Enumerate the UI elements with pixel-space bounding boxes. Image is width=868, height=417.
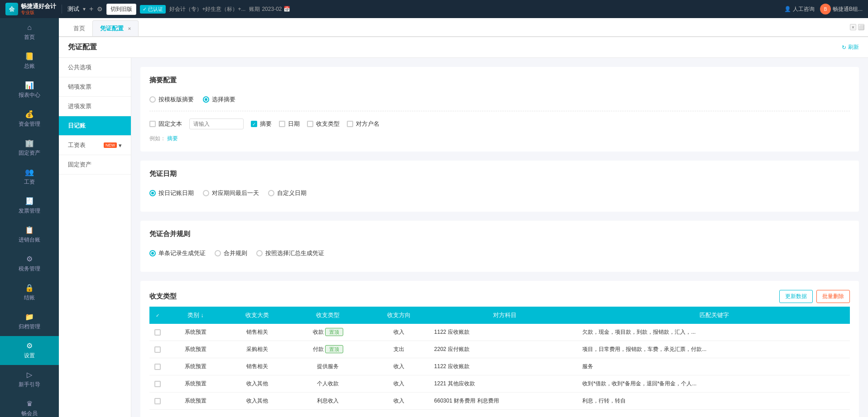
cell-direction-4: 收入 <box>367 393 430 410</box>
checkbox-date[interactable]: 日期 <box>279 120 300 128</box>
radio-custom-date[interactable]: 自定义日期 <box>268 189 307 197</box>
certified-badge: ✓ 已认证 <box>140 5 166 14</box>
radio-template[interactable]: 按模板版摘要 <box>149 95 194 104</box>
sidebar-item-tax[interactable]: ⚙ 税务管理 <box>0 249 59 278</box>
sidebar-item-closing[interactable]: 🔒 结账 <box>0 278 59 307</box>
restore-window-button[interactable]: ⬜ <box>858 24 864 30</box>
sidebar-item-salary[interactable]: 👥 工资 <box>0 162 59 191</box>
funds-icon: 💰 <box>25 110 34 118</box>
topbar: 会 畅捷通好会计 专业版 测试 ▾ + ⚙ 切到旧版 ✓ 已认证 好会计（专）+… <box>0 0 868 18</box>
cell-major-4: 收入其他 <box>225 393 289 410</box>
radio-template-dot <box>149 96 156 103</box>
cell-major-1: 采购相关 <box>225 341 289 358</box>
sidebar-item-member[interactable]: ♛ 畅会员 <box>0 394 59 417</box>
select-all-checkbox[interactable]: ✓ <box>154 312 161 318</box>
update-data-button[interactable]: 更新数据 <box>779 290 813 303</box>
left-nav-fixed-assets[interactable]: 固定资产 <box>59 155 131 175</box>
support-item[interactable]: 👤 人工咨询 <box>784 5 815 13</box>
row-checkbox-2[interactable] <box>154 364 161 370</box>
fixed-text-input[interactable] <box>189 118 244 129</box>
new-badge: NEW <box>104 142 117 148</box>
sidebar-item-purchase[interactable]: 📋 进销台账 <box>0 220 59 249</box>
tab-bar: 首页 凭证配置 × <box>59 18 850 36</box>
cell-category-3: 系统预置 <box>166 375 225 393</box>
page-header: 凭证配置 ↻ 刷新 <box>59 37 868 58</box>
radio-journal-date[interactable]: 按日记账日期 <box>149 189 194 197</box>
batch-delete-button[interactable]: 批量删除 <box>816 290 850 303</box>
left-nav-public[interactable]: 公共选项 <box>59 58 131 77</box>
checkbox-type[interactable]: 收支类型 <box>307 120 340 128</box>
row-checkbox-4[interactable] <box>154 398 161 404</box>
tab-close-icon[interactable]: × <box>128 26 131 31</box>
topbar-settings-icon[interactable]: ⚙ <box>97 5 103 13</box>
radio-single[interactable]: 单条记录生成凭证 <box>149 249 206 257</box>
close-window-button[interactable]: × <box>850 24 856 30</box>
cell-major-0: 销售相关 <box>225 324 289 341</box>
sidebar-item-ledger[interactable]: 📒 总账 <box>0 47 59 76</box>
merge-section: 凭证合并规则 单条记录生成凭证 合并规则 按照选择汇总生成凭证 <box>140 221 859 272</box>
cell-category-2: 系统预置 <box>166 358 225 375</box>
cell-keywords-4: 利息，行转，转自 <box>579 393 850 410</box>
tab-voucher-config[interactable]: 凭证配置 × <box>92 20 139 36</box>
radio-select-dot <box>203 96 209 103</box>
left-nav-payroll[interactable]: 工资表 NEW ▾ <box>59 136 131 155</box>
table-row: 系统预置 收入其他 个人收款 收入 1221 其他应收款 收到*借款，收到*备用… <box>149 375 850 393</box>
radio-select-total[interactable]: 按照选择汇总生成凭证 <box>256 249 324 257</box>
left-nav-sales-invoice[interactable]: 销项发票 <box>59 77 131 97</box>
archive-icon: 📁 <box>25 313 34 321</box>
topbar-title: 测试 <box>67 5 79 13</box>
cell-type-1: 付款 置顶 <box>289 341 367 358</box>
type-tag-0[interactable]: 置顶 <box>325 328 343 336</box>
left-nav-journal[interactable]: 日记账 <box>59 116 131 136</box>
cell-direction-1: 支出 <box>367 341 430 358</box>
th-checkbox: ✓ <box>149 307 166 324</box>
income-expense-title: 收支类型 <box>149 292 177 301</box>
topbar-plus[interactable]: + <box>89 5 93 13</box>
cell-keywords-2: 服务 <box>579 358 850 375</box>
cell-account-3: 1221 其他应收款 <box>431 375 579 393</box>
tab-home[interactable]: 首页 <box>66 21 92 36</box>
checkbox-counterparty[interactable]: 对方户名 <box>347 120 379 128</box>
th-direction: 收支方向 <box>367 307 430 324</box>
sidebar-item-settings[interactable]: ⚙ 设置 <box>0 336 59 365</box>
row-checkbox-0[interactable] <box>154 329 161 336</box>
income-expense-section: 收支类型 更新数据 批量删除 ✓ 类别 ↓ <box>140 281 859 417</box>
cell-keywords-0: 欠款，现金，项目款，到款，报销款，汇入，... <box>579 324 850 341</box>
table-row: 系统预置 采购相关 付款 置顶 支出 2202 应付账款 项目，日常费用，报销款… <box>149 341 850 358</box>
home-icon: ⌂ <box>27 24 32 32</box>
switch-version-button[interactable]: 切到旧版 <box>106 4 136 15</box>
sidebar-item-home[interactable]: ⌂ 首页 <box>0 18 59 47</box>
th-category: 类别 ↓ <box>166 307 225 324</box>
radio-single-dot <box>149 250 156 256</box>
calendar-icon[interactable]: 📅 <box>283 6 290 12</box>
table-header: ✓ 类别 ↓ 收支大类 收支类型 收支方向 对方科目 匹配关键字 <box>149 307 850 324</box>
checkbox-fixed-text[interactable]: 固定文本 <box>149 120 182 128</box>
th-major: 收支大类 <box>225 307 289 324</box>
row-checkbox-1[interactable] <box>154 346 161 353</box>
radio-merge-rule[interactable]: 合并规则 <box>215 249 247 257</box>
user-item[interactable]: B 畅捷通B组... <box>820 4 863 14</box>
refresh-button[interactable]: ↻ 刷新 <box>842 43 859 51</box>
income-expense-table: ✓ 类别 ↓ 收支大类 收支类型 收支方向 对方科目 匹配关键字 <box>149 307 850 410</box>
row-checkbox-3[interactable] <box>154 381 161 387</box>
checkbox-summary[interactable]: ✓ 摘要 <box>251 120 272 128</box>
settings-icon: ⚙ <box>26 341 33 350</box>
left-nav-purchase-invoice[interactable]: 进项发票 <box>59 97 131 116</box>
topbar-dropdown-icon[interactable]: ▾ <box>83 6 86 12</box>
sidebar-item-guide[interactable]: ▷ 新手引导 <box>0 365 59 394</box>
example-text: 例如： 摘要 <box>149 135 850 142</box>
type-tag-1[interactable]: 置顶 <box>325 345 343 353</box>
sidebar-item-assets[interactable]: 🏢 固定资产 <box>0 133 59 162</box>
cell-type-4: 利息收入 <box>289 393 367 410</box>
closing-icon: 🔒 <box>25 284 34 292</box>
radio-select[interactable]: 选择摘要 <box>203 95 235 104</box>
date-radio-group: 按日记账日期 对应期间最后一天 自定义日期 <box>149 189 850 197</box>
sidebar-item-archive[interactable]: 📁 归档管理 <box>0 307 59 336</box>
logo-text: 畅捷通好会计 专业版 <box>21 3 56 15</box>
sidebar-item-invoices[interactable]: 🧾 发票管理 <box>0 191 59 220</box>
radio-period-last[interactable]: 对应期间最后一天 <box>203 189 259 197</box>
sidebar-item-reports[interactable]: 📊 报表中心 <box>0 76 59 104</box>
radio-merge-rule-dot <box>215 250 221 256</box>
sidebar-item-funds[interactable]: 💰 资金管理 <box>0 104 59 133</box>
invoices-icon: 🧾 <box>25 197 34 205</box>
